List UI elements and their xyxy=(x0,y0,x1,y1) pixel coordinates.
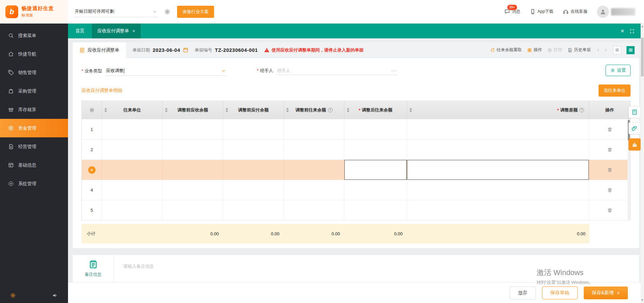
sidebar-item-funds[interactable]: 资金管理 xyxy=(0,119,68,137)
sidebar-item-inventory[interactable]: 库存核算 xyxy=(0,100,68,119)
discard-button[interactable]: 放弃 xyxy=(510,287,536,299)
app-download-button[interactable]: App下载 xyxy=(530,9,553,14)
pre-receivable-cell[interactable] xyxy=(163,200,223,220)
info-icon[interactable]: ? xyxy=(579,108,584,112)
scroll-up-arrow[interactable] xyxy=(641,26,643,27)
diff-cell[interactable] xyxy=(407,140,589,160)
column-partner[interactable]: 往来单位 xyxy=(102,101,163,119)
industry-solution-button[interactable]: 体验行业方案 xyxy=(177,6,214,18)
column-post-balance[interactable]: * 调整后往来余额 xyxy=(344,101,407,119)
page-scrollbar-thumb[interactable] xyxy=(641,38,644,76)
save-draft-button[interactable]: 保存草稿 xyxy=(542,287,578,299)
post-balance-cell[interactable] xyxy=(344,140,407,160)
prev-doc-button[interactable] xyxy=(596,48,600,52)
print-button[interactable]: 打印 xyxy=(547,47,562,53)
tab-close-icon[interactable]: × xyxy=(133,28,135,34)
biz-type-select[interactable]: 应收调整 xyxy=(105,66,227,76)
pre-payable-cell[interactable] xyxy=(223,119,284,139)
partner-cell[interactable] xyxy=(102,200,163,220)
pre-balance-cell[interactable] xyxy=(284,119,344,139)
handler-input[interactable] xyxy=(277,68,391,73)
column-pre-receivable[interactable]: 调整前应收余额 xyxy=(163,101,223,119)
remark-input[interactable] xyxy=(123,264,630,269)
sidebar-item-search-menu[interactable]: 搜索菜单 xyxy=(0,26,68,45)
pre-payable-cell[interactable] xyxy=(223,180,284,200)
partner-cell[interactable] xyxy=(102,140,163,160)
pre-balance-cell[interactable] xyxy=(284,160,344,180)
delete-row-button[interactable] xyxy=(607,208,612,213)
post-balance-cell[interactable] xyxy=(344,180,407,200)
sidebar-item-quick-nav[interactable]: 快捷导航 xyxy=(0,45,68,63)
delete-row-button[interactable] xyxy=(607,188,612,193)
partner-cell[interactable] xyxy=(102,160,163,180)
sort-icon[interactable] xyxy=(409,108,412,112)
grid-view-toggle[interactable] xyxy=(626,46,635,54)
sidebar-item-system[interactable]: 系统管理 xyxy=(0,174,68,193)
sidebar-item-sales[interactable]: 销售管理 xyxy=(0,63,68,82)
column-pre-payable[interactable]: 调整前应付余额 xyxy=(223,101,284,119)
pre-receivable-cell[interactable] xyxy=(163,180,223,200)
pre-receivable-cell[interactable] xyxy=(163,140,223,160)
online-service-button[interactable]: 在线客服 xyxy=(563,9,587,14)
sidebar-item-operations[interactable]: 经营管理 xyxy=(0,137,68,156)
post-balance-cell[interactable] xyxy=(344,119,407,139)
pre-balance-cell[interactable] xyxy=(284,180,344,200)
rebalance-button[interactable]: 往来余额重取 xyxy=(490,47,522,53)
column-diff[interactable]: * 调整差额 ? xyxy=(407,101,589,119)
operate-menu-button[interactable]: 操作 xyxy=(527,47,542,53)
sort-icon[interactable] xyxy=(226,108,228,112)
save-and-new-button[interactable]: 保存&新增 ∧ xyxy=(584,287,628,299)
partner-cell[interactable] xyxy=(102,180,163,200)
delete-row-button[interactable] xyxy=(607,167,612,172)
sort-icon[interactable] xyxy=(286,108,289,112)
page-scrollbar[interactable] xyxy=(641,24,644,303)
pre-receivable-cell[interactable] xyxy=(163,119,223,139)
avatar[interactable] xyxy=(597,6,609,18)
tab-adjustment-doc[interactable]: 应收应付调整单 × xyxy=(92,24,141,38)
messages-button[interactable]: 99+ 消息 xyxy=(504,9,520,14)
scroll-down-arrow[interactable] xyxy=(641,299,643,301)
post-balance-cell-editing[interactable] xyxy=(344,160,407,180)
diff-cell[interactable] xyxy=(407,119,589,139)
tab-home[interactable]: 首页 xyxy=(68,24,92,38)
pre-balance-cell[interactable] xyxy=(284,200,344,220)
partner-cell[interactable] xyxy=(102,119,163,139)
sidebar-item-purchase[interactable]: 采购管理 xyxy=(0,82,68,100)
select-partner-button[interactable]: 选往来单位 xyxy=(599,85,631,97)
calculator-dock-button[interactable] xyxy=(629,106,641,118)
post-balance-cell[interactable] xyxy=(344,200,407,220)
diff-cell-editing[interactable] xyxy=(407,160,589,180)
pre-receivable-cell[interactable] xyxy=(163,160,223,180)
attachment-dock-button[interactable] xyxy=(629,122,641,134)
sort-icon[interactable] xyxy=(165,108,168,112)
fullscreen-icon[interactable] xyxy=(630,29,635,34)
delete-row-button[interactable] xyxy=(607,147,612,152)
doc-date-value[interactable]: 2023-06-04 xyxy=(153,47,180,53)
topbar-gear-button[interactable] xyxy=(164,9,170,15)
diff-cell[interactable] xyxy=(407,180,589,200)
pre-payable-cell[interactable] xyxy=(223,140,284,160)
period-dropdown[interactable]: 开账日期可停用可删 xyxy=(73,6,158,17)
info-icon[interactable]: ? xyxy=(328,108,333,112)
sidebar-item-base-info[interactable]: 基础信息 xyxy=(0,156,68,174)
column-pre-balance[interactable]: 调整前往来余额 ? xyxy=(284,101,344,119)
sort-icon[interactable] xyxy=(347,108,349,112)
column-settings-cell[interactable] xyxy=(82,101,102,119)
diff-cell[interactable] xyxy=(407,200,589,220)
report-dock-button[interactable] xyxy=(629,138,641,150)
sidebar-collapse-button[interactable] xyxy=(52,293,58,298)
history-docs-button[interactable]: 历史单据 xyxy=(568,47,591,53)
brand-logo[interactable]: b 畅捷通好生意 标准版 xyxy=(0,0,68,23)
sort-icon[interactable] xyxy=(104,108,107,112)
pre-payable-cell[interactable] xyxy=(223,200,284,220)
list-view-toggle[interactable] xyxy=(613,46,621,54)
calendar-picker-button[interactable] xyxy=(183,47,189,53)
add-row-button[interactable]: + xyxy=(88,166,96,174)
pre-balance-cell[interactable] xyxy=(284,140,344,160)
sidebar-settings-button[interactable] xyxy=(10,293,16,298)
handler-picker-button[interactable]: ··· xyxy=(391,68,397,73)
user-account[interactable] xyxy=(597,6,635,18)
document-title-tab[interactable]: 应收应付调整单 xyxy=(73,42,127,58)
settings-button[interactable]: 设置 xyxy=(606,65,631,76)
delete-row-button[interactable] xyxy=(607,127,612,132)
